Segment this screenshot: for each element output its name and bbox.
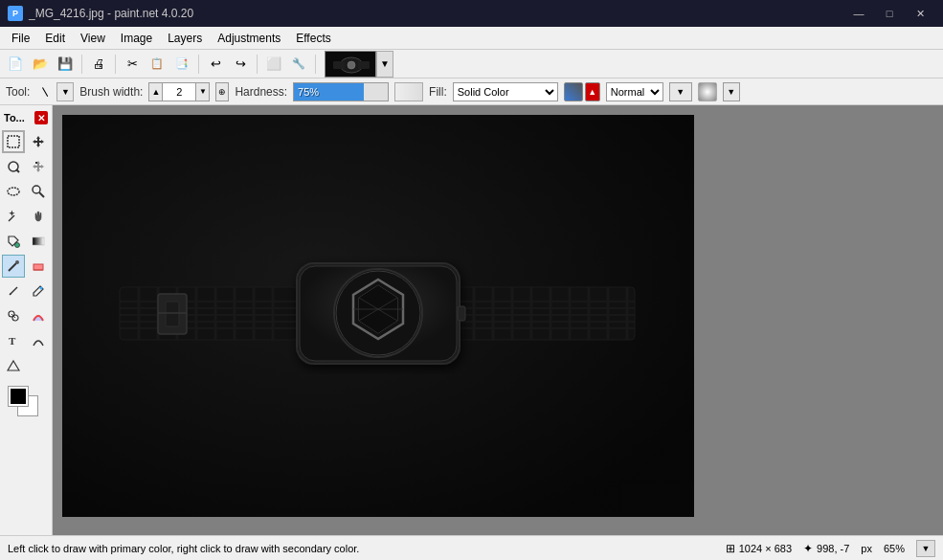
- menu-image[interactable]: Image: [113, 27, 160, 49]
- ellipse-select-tool[interactable]: [2, 180, 25, 203]
- svg-line-19: [10, 287, 17, 295]
- brush-width-input[interactable]: [162, 82, 196, 101]
- unit-label: px: [861, 543, 872, 554]
- blend-mode-icon: [564, 82, 583, 101]
- dimensions-icon: ⊞: [726, 542, 735, 555]
- paint-bucket-tool[interactable]: [2, 230, 25, 253]
- tool-row-7: [2, 280, 50, 302]
- redo-button[interactable]: ↪: [229, 53, 252, 76]
- svg-rect-4: [358, 61, 370, 69]
- svg-point-8: [8, 188, 19, 195]
- status-bar: Left click to draw with primary color, r…: [0, 535, 943, 560]
- tool-row-8: [2, 304, 50, 327]
- paintbrush-tool[interactable]: [2, 255, 25, 278]
- status-hint: Left click to draw with primary color, r…: [8, 543, 710, 554]
- svg-rect-17: [34, 264, 43, 270]
- resize-button[interactable]: 🔧: [287, 53, 310, 76]
- toolbox-close-button[interactable]: ✕: [34, 111, 48, 124]
- clone-stamp-tool[interactable]: [2, 304, 25, 327]
- window-title: _MG_4216.jpg - paint.net 4.0.20: [29, 7, 193, 20]
- recolor-tool[interactable]: [27, 304, 50, 327]
- color-picker-tool[interactable]: [27, 280, 50, 302]
- toolbar-separator-2: [115, 55, 116, 74]
- pencil-tool[interactable]: [2, 280, 25, 302]
- brush-width-label: Brush width:: [79, 85, 143, 99]
- close-button[interactable]: ✕: [905, 0, 935, 27]
- menu-view[interactable]: View: [73, 27, 113, 49]
- canvas-image: [62, 115, 694, 517]
- menu-adjustments[interactable]: Adjustments: [210, 27, 288, 49]
- primary-color-swatch[interactable]: [9, 387, 28, 406]
- maximize-button[interactable]: □: [874, 0, 905, 27]
- svg-marker-26: [8, 361, 19, 370]
- svg-point-9: [33, 186, 40, 193]
- color-swatches: [9, 387, 43, 421]
- svg-rect-29: [120, 287, 297, 340]
- move-pixels-tool[interactable]: [27, 155, 50, 178]
- toolbox-panel: To... ✕: [0, 105, 53, 535]
- shapes-tool[interactable]: [2, 354, 25, 377]
- tool-row-2: [2, 155, 50, 178]
- undo-button[interactable]: ↩: [204, 53, 227, 76]
- cut-button[interactable]: ✂: [121, 53, 144, 76]
- brush-width-spinner[interactable]: ▼: [196, 82, 210, 101]
- copy-button[interactable]: 📋: [146, 53, 168, 76]
- eraser-tool[interactable]: [27, 255, 50, 278]
- color-picker-icon[interactable]: ▲: [585, 82, 600, 101]
- coords-label: ✦: [803, 542, 813, 555]
- zoom-level: 65%: [884, 543, 905, 554]
- svg-rect-3: [333, 61, 345, 69]
- print-button[interactable]: 🖨: [87, 53, 110, 76]
- menu-edit[interactable]: Edit: [37, 27, 73, 49]
- hardness-slider[interactable]: 75%: [293, 82, 389, 101]
- svg-rect-71: [458, 306, 465, 321]
- move-selection-tool[interactable]: [27, 130, 50, 153]
- new-file-button[interactable]: 📄: [4, 53, 27, 76]
- tool-row-9: T: [2, 329, 50, 352]
- tool-label: Tool:: [6, 85, 30, 99]
- paste-button[interactable]: 📑: [170, 53, 193, 76]
- zoom-dropdown-button[interactable]: ▼: [916, 540, 935, 557]
- lasso-select-tool[interactable]: [2, 155, 25, 178]
- opacity-icon: [698, 82, 717, 101]
- tool-row-5: [2, 230, 50, 253]
- open-file-button[interactable]: 📂: [29, 53, 52, 76]
- title-bar: P _MG_4216.jpg - paint.net 4.0.20 — □ ✕: [0, 0, 943, 27]
- fill-dropdown[interactable]: Solid Color Linear Gradient Radial Gradi…: [453, 82, 558, 101]
- blend-mode-dropdown-btn[interactable]: ▼: [669, 82, 692, 101]
- hardness-label: Hardness:: [235, 85, 287, 99]
- save-button[interactable]: 💾: [54, 53, 77, 76]
- gradient-tool[interactable]: [27, 230, 50, 253]
- svg-line-10: [39, 192, 44, 197]
- minimize-button[interactable]: —: [843, 0, 874, 27]
- zoom-tool[interactable]: [27, 180, 50, 203]
- menu-layers[interactable]: Layers: [160, 27, 210, 49]
- svg-point-21: [40, 287, 43, 290]
- canvas-container[interactable]: [53, 105, 943, 535]
- svg-line-15: [9, 263, 16, 271]
- line-curve-tool[interactable]: [27, 329, 50, 352]
- svg-line-11: [9, 215, 14, 221]
- blend-mode-dropdown[interactable]: Normal Multiply Screen: [606, 82, 663, 101]
- hardness-gradient-preview: [394, 82, 423, 101]
- magic-wand-tool[interactable]: [2, 205, 25, 228]
- text-tool[interactable]: T: [2, 329, 25, 352]
- tool-row-10: [2, 354, 50, 377]
- tool-dropdown-button[interactable]: ▼: [56, 82, 74, 101]
- menu-effects[interactable]: Effects: [288, 27, 338, 49]
- svg-point-16: [15, 260, 19, 264]
- brush-width-up-icon[interactable]: ▲: [148, 82, 162, 101]
- thumbnail-dropdown[interactable]: ▼: [376, 51, 393, 78]
- rectangle-select-tool[interactable]: [2, 130, 25, 153]
- opacity-dropdown-btn[interactable]: ▼: [723, 82, 740, 101]
- svg-line-7: [16, 169, 19, 172]
- pan-tool[interactable]: [27, 205, 50, 228]
- menu-file[interactable]: File: [4, 27, 37, 49]
- tool-row-1: [2, 130, 50, 153]
- svg-point-13: [15, 243, 20, 248]
- main-area: To... ✕: [0, 105, 943, 535]
- svg-point-2: [348, 61, 355, 69]
- brush-dynamics-button[interactable]: ⊕: [215, 82, 229, 101]
- crop-button[interactable]: ⬜: [262, 53, 285, 76]
- status-zoom-item: 65%: [884, 543, 905, 554]
